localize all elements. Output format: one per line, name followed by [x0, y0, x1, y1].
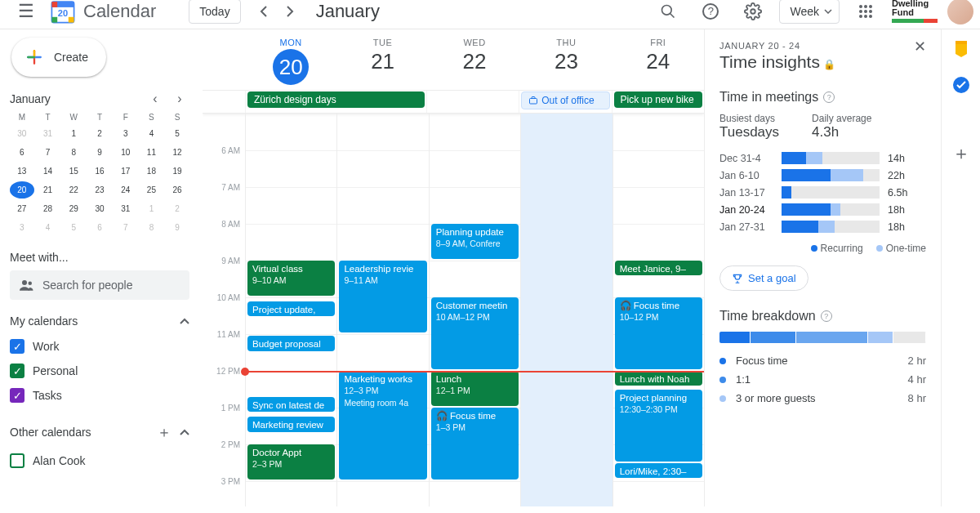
mini-cal-day[interactable]: 7 — [36, 144, 60, 161]
mini-cal-day[interactable]: 3 — [114, 125, 138, 142]
mini-prev-icon[interactable]: ‹ — [145, 91, 165, 106]
checkbox[interactable] — [10, 388, 24, 403]
calendar-event[interactable]: Lunch with Noah — [615, 371, 702, 386]
calendar-event[interactable]: Marketing review — [247, 417, 335, 431]
other-calendars-heading[interactable]: Other calendars＋ — [10, 422, 189, 442]
tasks-icon[interactable] — [951, 75, 971, 95]
mini-cal-day[interactable]: 7 — [114, 219, 138, 236]
calendar-event[interactable]: Lori/Mike, 2:30– — [615, 463, 702, 478]
mini-cal-day[interactable]: 19 — [165, 163, 189, 180]
checkbox[interactable] — [10, 339, 24, 354]
set-goal-button[interactable]: Set a goal — [719, 265, 808, 291]
next-week-button[interactable] — [277, 0, 303, 25]
apps-grid-icon[interactable] — [849, 0, 882, 28]
mini-cal-day[interactable]: 11 — [140, 144, 164, 161]
prev-week-button[interactable] — [251, 0, 277, 25]
mini-cal-day[interactable]: 9 — [87, 144, 112, 161]
calendar-event[interactable]: 🎧 Focus time10–12 PM — [615, 297, 702, 369]
calendar-item[interactable]: Work — [10, 334, 189, 359]
mini-cal-day[interactable]: 1 — [140, 200, 164, 217]
calendar-event[interactable]: Marketing works12–3 PMMeeting room 4a — [339, 371, 426, 480]
mini-cal-day[interactable]: 25 — [140, 181, 164, 199]
day-column[interactable] — [520, 114, 612, 506]
settings-icon[interactable] — [737, 0, 769, 28]
menu-icon[interactable]: ☰ — [7, 1, 46, 22]
close-icon[interactable]: ✕ — [914, 38, 926, 56]
mini-cal-day[interactable]: 27 — [10, 200, 34, 217]
calendar-item[interactable]: Alan Cook — [10, 448, 189, 473]
view-selector[interactable]: Week — [779, 0, 840, 24]
mini-cal-day[interactable]: 6 — [87, 219, 112, 236]
mini-cal-day[interactable]: 6 — [10, 144, 34, 161]
mini-cal-day[interactable]: 24 — [114, 181, 138, 199]
mini-cal-day[interactable]: 3 — [10, 219, 34, 236]
mini-cal-day[interactable]: 1 — [61, 125, 86, 142]
mini-cal-day[interactable]: 26 — [165, 181, 189, 199]
mini-cal-day[interactable]: 8 — [61, 144, 86, 161]
mini-cal-day[interactable]: 17 — [114, 163, 138, 180]
calendar-event[interactable]: Planning update8–9 AM, Confere — [431, 224, 519, 259]
mini-cal-day[interactable]: 20 — [10, 181, 34, 199]
calendar-event[interactable]: Leadership revie9–11 AM — [339, 261, 426, 332]
mini-cal-day[interactable]: 5 — [61, 219, 86, 236]
calendar-event[interactable]: Doctor Appt2–3 PM — [247, 444, 335, 480]
info-icon[interactable]: ? — [823, 91, 835, 103]
time-grid[interactable]: 6 AM7 AM8 AM9 AM10 AM11 AM12 PM1 PM2 PM3… — [203, 114, 704, 506]
day-column[interactable]: Meet Janice, 9–🎧 Focus time10–12 PMLunch… — [612, 114, 704, 506]
mini-cal-day[interactable]: 30 — [10, 125, 34, 142]
mini-cal-day[interactable]: 14 — [36, 163, 60, 180]
day-header[interactable]: TUE21 — [336, 29, 428, 90]
mini-cal-day[interactable]: 2 — [165, 200, 189, 217]
mini-cal-day[interactable]: 22 — [61, 181, 86, 199]
calendar-event[interactable]: 🎧 Focus time1–3 PM — [431, 408, 519, 480]
day-header[interactable]: WED22 — [429, 29, 520, 90]
mini-cal-day[interactable]: 23 — [87, 181, 112, 199]
checkbox[interactable] — [10, 453, 24, 468]
keep-icon[interactable] — [951, 39, 971, 59]
calendar-item[interactable]: Tasks — [10, 383, 189, 408]
calendar-item[interactable]: Personal — [10, 359, 189, 383]
mini-cal-day[interactable]: 28 — [36, 200, 60, 217]
allday-event-ooo[interactable]: Out of office — [521, 91, 609, 109]
mini-calendar[interactable]: MTWTFSS303112345678910111213141516171819… — [10, 111, 189, 236]
day-column[interactable]: Planning update8–9 AM, ConfereCustomer m… — [429, 114, 520, 506]
mini-cal-day[interactable]: 4 — [36, 219, 60, 236]
mini-cal-day[interactable]: 31 — [114, 200, 138, 217]
mini-cal-day[interactable]: 12 — [165, 144, 189, 161]
mini-cal-day[interactable]: 21 — [36, 181, 60, 199]
calendar-event[interactable]: Lunch12–1 PM — [431, 371, 519, 406]
mini-cal-day[interactable]: 4 — [140, 125, 164, 142]
day-header[interactable]: THU23 — [520, 29, 612, 90]
allday-event[interactable]: Pick up new bike — [614, 91, 702, 108]
help-icon[interactable]: ? — [694, 0, 727, 28]
search-icon[interactable] — [652, 0, 684, 28]
add-calendar-icon[interactable]: ＋ — [157, 422, 172, 442]
add-addon-icon[interactable]: ＋ — [951, 144, 971, 163]
mini-cal-day[interactable]: 30 — [87, 200, 112, 217]
day-header[interactable]: FRI24 — [612, 29, 704, 90]
search-people-input[interactable]: Search for people — [10, 270, 189, 300]
mini-next-icon[interactable]: › — [170, 91, 189, 106]
calendar-event[interactable]: Virtual class9–10 AM — [247, 261, 335, 296]
allday-event[interactable]: Zürich design days — [247, 91, 425, 108]
mini-cal-day[interactable]: 2 — [87, 125, 112, 142]
calendar-event[interactable]: Meet Janice, 9– — [615, 261, 702, 275]
mini-cal-day[interactable]: 16 — [87, 163, 112, 180]
mini-cal-day[interactable]: 8 — [140, 219, 164, 236]
my-calendars-heading[interactable]: My calendars — [10, 314, 189, 328]
day-header[interactable]: MON20 — [245, 29, 336, 90]
day-column[interactable]: Leadership revie9–11 AMMarketing works12… — [336, 114, 428, 506]
app-logo[interactable]: 20 Calendar — [49, 0, 156, 25]
mini-cal-day[interactable]: 5 — [165, 125, 189, 142]
mini-cal-day[interactable]: 18 — [140, 163, 164, 180]
day-column[interactable]: Virtual class9–10 AMProject update,Budge… — [245, 114, 336, 506]
calendar-event[interactable]: Sync on latest de — [247, 397, 335, 412]
calendar-event[interactable]: Budget proposal — [247, 336, 335, 350]
info-icon[interactable]: ? — [821, 310, 832, 322]
calendar-event[interactable]: Project planning12:30–2:30 PM — [615, 390, 702, 462]
calendar-event[interactable]: Project update, — [247, 301, 335, 316]
mini-cal-day[interactable]: 31 — [36, 125, 60, 142]
mini-cal-day[interactable]: 9 — [165, 219, 189, 236]
account-avatar[interactable] — [947, 0, 973, 25]
today-button[interactable]: Today — [189, 0, 240, 24]
